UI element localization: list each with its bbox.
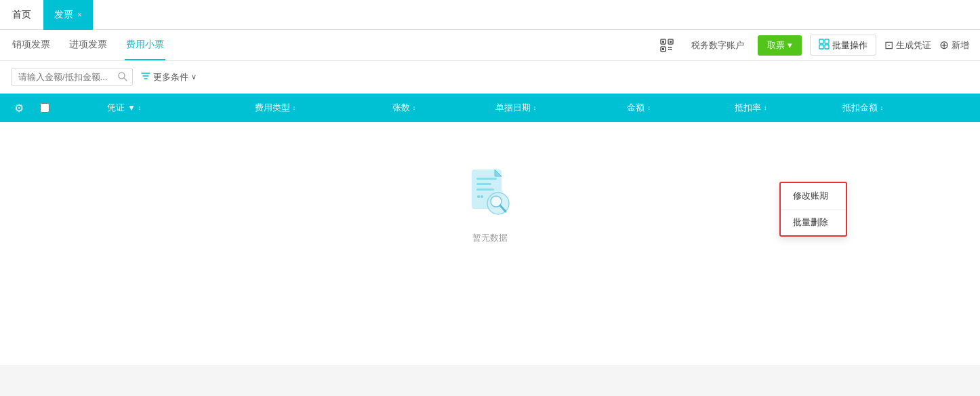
column-deduct-amount-label: 抵扣金额 [842,102,878,114]
deduct-amount-sort-icon[interactable]: ↕ [880,104,884,111]
column-type-label: 费用类型 [255,102,290,114]
content-area: ⚙ 凭证 ▼ ↕ 费用类型 ↕ 张数 ↕ 单据日期 ↕ 金额 ↕ 抵扣率 ↕ [0,94,980,365]
batch-op-label: 批量操作 [832,39,867,52]
column-header-type: 费用类型 ↕ [191,102,359,114]
chevron-down-icon: ∨ [191,73,197,81]
svg-rect-12 [819,45,823,49]
filter-bar: 更多条件 ∨ [0,61,980,94]
qr-icon-button[interactable] [656,35,678,56]
svg-rect-10 [819,39,823,43]
column-amount-label: 金额 [627,102,645,114]
empty-state-illustration [460,163,520,224]
count-sort-icon[interactable]: ↕ [413,104,416,111]
batch-op-icon [819,39,830,52]
invoice-tab-close[interactable]: × [77,10,82,20]
generate-voucher-label: 生成凭证 [896,39,931,52]
take-ticket-arrow-icon: ▾ [788,40,792,50]
column-header-voucher: 凭证 ▼ ↕ [57,102,191,114]
svg-rect-3 [662,41,664,43]
take-ticket-label: 取票 [767,39,785,52]
tab-expense-receipt[interactable]: 费用小票 [125,30,165,60]
add-button[interactable]: ⊕ 新增 [939,38,969,52]
add-label: 新增 [952,39,969,52]
svg-rect-5 [662,48,664,50]
search-input[interactable] [11,68,133,86]
dropdown-item-modify-period[interactable]: 修改账期 [781,183,846,209]
svg-rect-11 [825,39,829,43]
svg-rect-4 [670,41,672,43]
generate-voucher-button[interactable]: ⊡ 生成凭证 [884,39,931,52]
table-header: ⚙ 凭证 ▼ ↕ 费用类型 ↕ 张数 ↕ 单据日期 ↕ 金额 ↕ 抵扣率 ↕ [0,94,980,122]
more-conditions-button[interactable]: 更多条件 ∨ [141,71,197,83]
take-ticket-button[interactable]: 取票 ▾ [758,35,802,56]
svg-rect-13 [825,45,829,49]
empty-state-text: 暂无数据 [472,232,508,244]
voucher-filter-icon[interactable]: ▼ [127,103,136,113]
column-header-date: 单据日期 ↕ [449,102,583,114]
column-header-amount: 金额 ↕ [583,102,695,114]
batch-operation-button[interactable]: 批量操作 [810,35,876,56]
svg-rect-17 [476,178,497,180]
svg-point-23 [477,195,480,198]
type-sort-icon[interactable]: ↕ [293,104,296,111]
search-icon[interactable] [117,71,127,83]
svg-point-24 [481,195,483,198]
sub-nav-actions: 税务数字账户 取票 ▾ 批量操作 ⊡ 生成凭证 ⊕ 新增 [656,35,969,56]
more-conditions-label: 更多条件 [153,71,188,83]
filter-icon [141,71,150,83]
column-date-label: 单据日期 [495,102,531,114]
sub-nav-tabs: 销项发票 进项发票 费用小票 [11,30,165,60]
add-icon: ⊕ [939,38,949,52]
sub-nav-bar: 销项发票 进项发票 费用小票 税务数字账户 取票 [0,30,980,61]
voucher-sort-icon[interactable]: ↕ [138,104,142,111]
tab-purchase-invoice[interactable]: 进项发票 [68,30,108,60]
invoice-tab-label: 发票 [54,9,73,21]
deduct-rate-sort-icon[interactable]: ↕ [764,104,767,111]
tax-account-button[interactable]: 税务数字账户 [686,37,750,54]
svg-rect-6 [668,47,670,48]
svg-rect-7 [670,47,672,48]
settings-cell[interactable]: ⚙ [5,102,33,115]
column-count-label: 张数 [392,102,410,114]
home-nav-item[interactable]: 首页 [0,0,43,30]
svg-rect-19 [476,189,494,191]
search-input-wrapper [11,68,133,86]
column-voucher-label: 凭证 [107,102,125,114]
batch-operation-dropdown: 修改账期 批量删除 [779,182,847,237]
gear-icon[interactable]: ⚙ [14,102,24,115]
date-sort-icon[interactable]: ↕ [533,104,537,111]
column-header-deduct-amount: 抵扣金额 ↕ [807,102,918,114]
tab-sales-invoice[interactable]: 销项发票 [11,30,52,60]
svg-line-15 [124,78,127,81]
column-header-count: 张数 ↕ [359,102,449,114]
dropdown-item-batch-delete[interactable]: 批量删除 [781,209,846,235]
generate-voucher-icon: ⊡ [884,39,893,52]
svg-rect-9 [670,49,672,50]
column-deduct-rate-label: 抵扣率 [735,102,761,114]
qr-code-icon [659,38,674,53]
column-header-deduct-rate: 抵扣率 ↕ [695,102,807,114]
invoice-tab[interactable]: 发票 × [43,0,93,30]
svg-rect-8 [668,49,670,50]
svg-rect-18 [476,183,491,185]
amount-sort-icon[interactable]: ↕ [647,104,651,111]
select-all-checkbox[interactable] [40,103,49,113]
checkbox-cell[interactable] [33,103,57,113]
